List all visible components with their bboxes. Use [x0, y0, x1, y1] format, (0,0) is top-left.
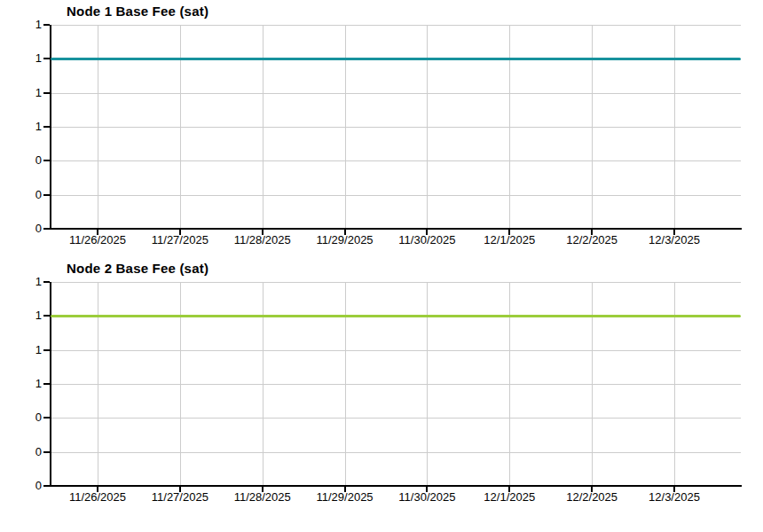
vertical-gridline [263, 282, 264, 486]
y-tick-label: 0 [8, 479, 42, 493]
vertical-gridline [345, 25, 346, 229]
x-tick-label: 12/2/2025 [551, 490, 633, 505]
x-tick-label: 12/3/2025 [633, 233, 715, 247]
horizontal-gridline [51, 93, 741, 94]
horizontal-gridline [51, 282, 741, 283]
y-tick-label: 1 [8, 309, 42, 323]
y-tick-mark [43, 349, 50, 351]
horizontal-gridline [51, 195, 741, 196]
vertical-gridline [427, 25, 428, 229]
y-axis-line [50, 25, 51, 230]
vertical-gridline [592, 282, 593, 486]
chart-title: Node 1 Base Fee (sat) [67, 4, 208, 19]
vertical-gridline [180, 282, 181, 486]
vertical-gridline [263, 25, 264, 229]
y-tick-mark [43, 485, 50, 487]
horizontal-gridline [51, 160, 741, 161]
horizontal-gridline [51, 350, 741, 351]
y-tick-mark [43, 417, 50, 419]
vertical-gridline [674, 25, 675, 229]
y-tick-mark [43, 315, 50, 317]
y-tick-label: 0 [8, 222, 42, 236]
horizontal-gridline [51, 452, 741, 453]
y-tick-label: 1 [8, 120, 42, 134]
vertical-gridline [345, 282, 346, 486]
plot-area: 111100011/26/202511/27/202511/28/202511/… [51, 25, 741, 229]
y-tick-mark [43, 92, 50, 94]
y-tick-label: 1 [8, 51, 42, 66]
vertical-gridline [180, 25, 181, 229]
series-line [51, 58, 741, 60]
x-tick-label: 12/1/2025 [468, 233, 550, 247]
x-tick-label: 12/2/2025 [551, 233, 633, 247]
vertical-gridline [427, 282, 428, 486]
y-tick-label: 1 [8, 343, 42, 357]
x-tick-label: 11/28/2025 [222, 233, 303, 247]
chart-node-2-base-fee: Node 2 Base Fee (sat) 111100011/26/20251… [0, 257, 763, 514]
x-tick-label: 11/29/2025 [304, 490, 386, 505]
y-tick-label: 1 [8, 86, 42, 100]
x-tick-label: 11/26/2025 [57, 233, 138, 247]
x-tick-label: 11/27/2025 [139, 490, 221, 505]
y-axis-line [50, 282, 51, 487]
chart-title: Node 2 Base Fee (sat) [67, 261, 208, 276]
y-tick-label: 0 [8, 411, 42, 425]
x-tick-label: 11/27/2025 [139, 233, 221, 247]
x-tick-label: 11/28/2025 [222, 490, 303, 505]
vertical-gridline [98, 25, 98, 229]
horizontal-gridline [51, 127, 741, 128]
x-axis-line [50, 228, 742, 230]
charts-dashboard: Node 1 Base Fee (sat) 111100011/26/20251… [0, 0, 763, 532]
chart-node-1-base-fee: Node 1 Base Fee (sat) 111100011/26/20251… [0, 0, 763, 257]
y-tick-mark [43, 228, 50, 230]
vertical-gridline [509, 25, 510, 229]
x-axis-line [50, 485, 742, 487]
x-tick-label: 11/30/2025 [386, 233, 468, 247]
y-tick-mark [43, 126, 50, 128]
y-tick-label: 0 [8, 188, 42, 202]
y-tick-label: 1 [8, 377, 42, 391]
y-tick-label: 0 [8, 445, 42, 459]
y-tick-label: 0 [8, 153, 42, 168]
x-tick-label: 12/1/2025 [468, 490, 550, 505]
y-tick-mark [43, 160, 50, 161]
x-tick-label: 11/29/2025 [304, 233, 386, 247]
y-tick-mark [43, 451, 50, 453]
horizontal-gridline [51, 25, 741, 26]
y-tick-label: 1 [8, 18, 42, 32]
horizontal-gridline [51, 384, 741, 385]
x-tick-label: 12/3/2025 [633, 490, 715, 505]
y-tick-mark [43, 383, 50, 385]
y-tick-mark [43, 24, 50, 26]
vertical-gridline [98, 282, 98, 486]
y-tick-label: 1 [8, 275, 42, 289]
vertical-gridline [509, 282, 510, 486]
horizontal-gridline [51, 418, 741, 419]
vertical-gridline [592, 25, 593, 229]
y-tick-mark [43, 281, 50, 283]
plot-area: 111100011/26/202511/27/202511/28/202511/… [51, 282, 741, 486]
series-line [51, 315, 741, 317]
y-tick-mark [43, 58, 50, 59]
x-tick-label: 11/26/2025 [57, 490, 138, 505]
x-tick-label: 11/30/2025 [386, 490, 468, 505]
y-tick-mark [43, 194, 50, 196]
vertical-gridline [674, 282, 675, 486]
